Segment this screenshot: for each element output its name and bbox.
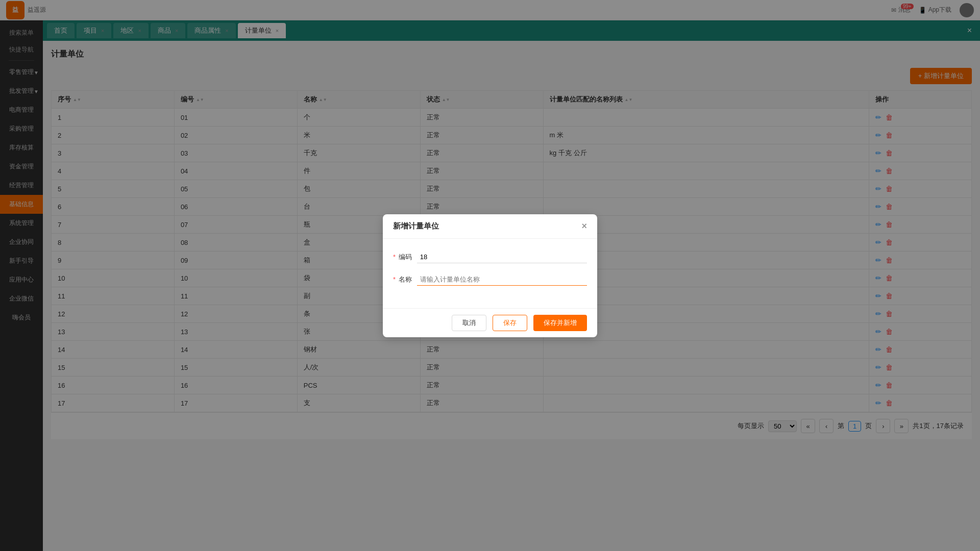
add-unit-modal: 新增计量单位 × * 编码 * 名称 取消 保存 保存并新增 bbox=[383, 214, 597, 337]
form-row-name: * 名称 bbox=[393, 273, 587, 286]
modal-header: 新增计量单位 × bbox=[383, 214, 597, 239]
cancel-button[interactable]: 取消 bbox=[452, 315, 486, 331]
name-input[interactable] bbox=[417, 273, 587, 286]
code-input[interactable] bbox=[417, 251, 587, 263]
form-row-code: * 编码 bbox=[393, 251, 587, 263]
required-mark-code: * bbox=[393, 253, 396, 261]
required-mark-name: * bbox=[393, 276, 396, 283]
name-label: * 名称 bbox=[393, 275, 412, 284]
save-new-button[interactable]: 保存并新增 bbox=[533, 315, 587, 331]
modal-title: 新增计量单位 bbox=[393, 221, 439, 231]
save-button[interactable]: 保存 bbox=[493, 315, 527, 331]
modal-body: * 编码 * 名称 bbox=[383, 239, 597, 308]
modal-overlay: 新增计量单位 × * 编码 * 名称 取消 保存 保存并新增 bbox=[0, 0, 980, 551]
code-label: * 编码 bbox=[393, 253, 412, 262]
modal-close-button[interactable]: × bbox=[581, 221, 587, 231]
modal-footer: 取消 保存 保存并新增 bbox=[383, 308, 597, 337]
